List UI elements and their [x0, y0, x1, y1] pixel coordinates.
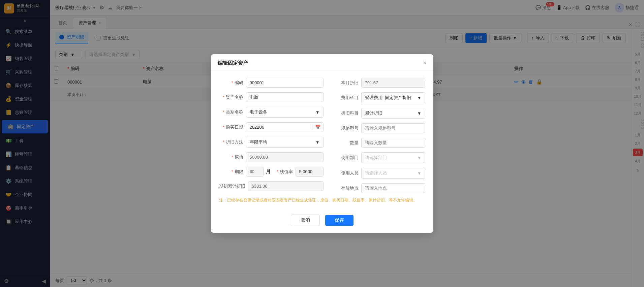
user-select[interactable]: 请选择人员 ▼: [361, 168, 425, 179]
modal-body: 编码 资产名称 类别名称 电子设备 ▼: [211, 71, 433, 210]
cancel-button[interactable]: 取消: [291, 215, 320, 226]
purchase-date-row: 购买日期 📅: [219, 122, 324, 132]
chevron-down-icon: ▼: [417, 95, 422, 100]
expense-subject-value: 管理费用_固定资产折旧: [365, 95, 411, 101]
calendar-icon[interactable]: 📅: [312, 125, 323, 130]
category-label: 类别名称: [219, 109, 243, 115]
department-select[interactable]: 请选择部门 ▼: [361, 152, 425, 163]
purchase-date-wrapper: 📅: [246, 122, 324, 132]
purchase-date-input[interactable]: [246, 123, 312, 132]
monthly-depreciation-row: 本月折旧: [334, 78, 425, 88]
location-label: 存放地点: [334, 185, 359, 191]
expense-subject-label: 费用科目: [334, 95, 359, 101]
code-field-row: 编码: [219, 78, 324, 88]
original-value-row: 原值: [219, 152, 324, 162]
user-row: 使用人员 请选择人员 ▼: [334, 168, 425, 179]
period-input[interactable]: [246, 167, 264, 177]
original-value-input[interactable]: [246, 152, 324, 162]
location-row: 存放地点: [334, 183, 425, 193]
residual-rate-wrapper: %: [296, 167, 324, 177]
code-input[interactable]: [246, 78, 324, 88]
depreciation-subject-select[interactable]: 累计折旧 ▼: [361, 108, 425, 119]
code-label: 编码: [219, 80, 243, 86]
period-group: 月: [246, 167, 273, 177]
chevron-down-icon: ▼: [315, 110, 320, 115]
chevron-down-icon: ▼: [417, 111, 422, 116]
spec-input[interactable]: [361, 123, 425, 133]
modal-overlay: 编辑固定资产 × 编码 资产名称: [0, 0, 644, 287]
name-field-row: 资产名称: [219, 92, 324, 102]
chevron-down-icon: ▼: [417, 155, 422, 160]
initial-depreciation-input[interactable]: [248, 181, 324, 191]
category-field-row: 类别名称 电子设备 ▼: [219, 107, 324, 118]
depreciation-subject-label: 折旧科目: [334, 110, 359, 116]
name-input[interactable]: [246, 92, 324, 102]
period-label: 期限: [219, 169, 243, 175]
category-value: 电子设备: [250, 109, 267, 115]
save-button[interactable]: 保存: [325, 215, 354, 226]
form-grid: 编码 资产名称 类别名称 电子设备 ▼: [219, 78, 425, 193]
modal-note: 注：已经存在变更记录或者对应固定资产已经生成凭证，原值、购买日期、残值率、累计折…: [219, 197, 425, 203]
depreciation-subject-value: 累计折旧: [365, 110, 382, 116]
category-select[interactable]: 电子设备 ▼: [246, 107, 324, 118]
location-input[interactable]: [361, 183, 425, 193]
modal-close-button[interactable]: ×: [423, 60, 427, 67]
residual-rate-input[interactable]: [296, 167, 324, 176]
initial-depreciation-label: 期初累计折旧: [219, 183, 245, 189]
modal-title: 编辑固定资产: [218, 60, 248, 66]
edit-fixed-asset-modal: 编辑固定资产 × 编码 资产名称: [211, 54, 433, 232]
expense-subject-row: 费用科目 管理费用_固定资产折旧 ▼: [334, 92, 425, 103]
residual-rate-label: 残值率: [276, 169, 293, 175]
user-placeholder: 请选择人员: [365, 170, 387, 176]
department-row: 使用部门 请选择部门 ▼: [334, 152, 425, 163]
quantity-label: 数量: [334, 140, 359, 146]
user-label: 使用人员: [334, 170, 359, 176]
department-label: 使用部门: [334, 155, 359, 161]
period-residual-row: 期限 月 残值率 %: [219, 167, 324, 177]
period-unit: 月: [266, 168, 271, 175]
name-label: 资产名称: [219, 94, 243, 100]
depreciation-method-value: 年限平均: [250, 139, 267, 145]
quantity-row: 数量: [334, 138, 425, 148]
spec-label: 规格型号: [334, 125, 359, 131]
spec-row: 规格型号: [334, 123, 425, 133]
modal-footer: 取消 保存: [211, 211, 433, 233]
initial-depreciation-row: 期初累计折旧: [219, 181, 324, 191]
chevron-down-icon: ▼: [417, 171, 422, 176]
depreciation-subject-row: 折旧科目 累计折旧 ▼: [334, 108, 425, 119]
modal-header: 编辑固定资产 ×: [211, 54, 433, 71]
monthly-depreciation-label: 本月折旧: [334, 80, 359, 86]
department-placeholder: 请选择部门: [365, 155, 387, 161]
monthly-depreciation-input: [361, 78, 425, 88]
depreciation-method-label: 折旧方法: [219, 139, 243, 145]
purchase-date-label: 购买日期: [219, 124, 243, 130]
depreciation-method-select[interactable]: 年限平均 ▼: [246, 137, 324, 148]
expense-subject-select[interactable]: 管理费用_固定资产折旧 ▼: [361, 92, 425, 103]
depreciation-method-row: 折旧方法 年限平均 ▼: [219, 137, 324, 148]
original-value-label: 原值: [219, 154, 243, 160]
quantity-input[interactable]: [361, 138, 425, 148]
chevron-down-icon: ▼: [315, 140, 320, 145]
